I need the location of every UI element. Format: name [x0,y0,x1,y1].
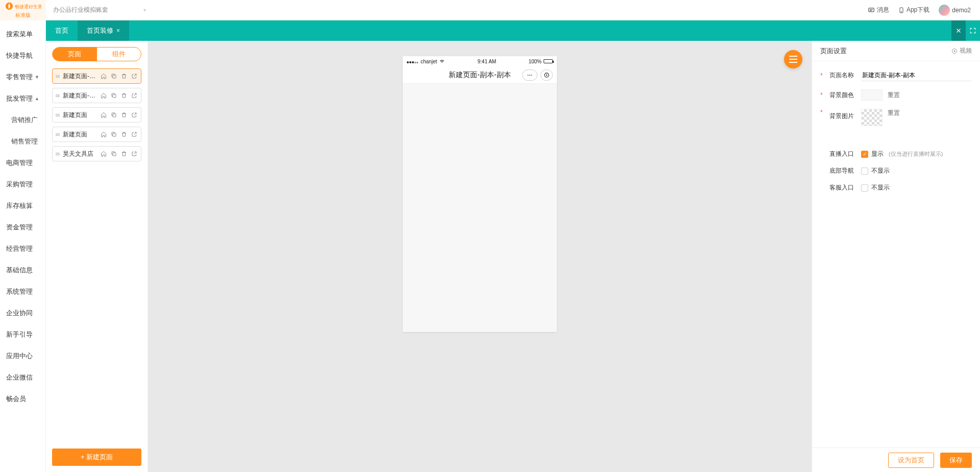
delete-icon[interactable] [120,92,128,99]
page-item-1[interactable]: 新建页面-副本 [52,88,141,103]
delete-icon[interactable] [120,112,128,118]
miniapp-close-icon[interactable] [541,69,553,81]
nav-item-label: 搜索菜单 [6,30,33,39]
svg-point-4 [901,11,901,12]
page-item-2[interactable]: 新建页面 [52,107,141,123]
close-icon[interactable]: × [116,27,120,34]
nav-item-13[interactable]: 企业协同 [0,302,45,324]
drag-handle-icon[interactable] [56,95,60,97]
new-page-button[interactable]: + 新建页面 [52,449,141,466]
home-icon[interactable] [100,131,107,137]
close-all-tabs[interactable] [951,20,966,41]
logo[interactable]: 畅捷通好生意 标准版 [0,0,46,20]
home-icon[interactable] [100,73,107,79]
external-link-icon[interactable] [131,73,138,79]
nav-item-9[interactable]: 资金管理 [0,217,45,238]
app-download-link[interactable]: App下载 [898,6,929,14]
external-link-icon[interactable] [131,151,138,157]
copy-icon[interactable] [110,73,117,79]
copy-icon[interactable] [110,131,117,137]
set-home-button[interactable]: 设为首页 [888,453,934,468]
toggle-panel-button[interactable] [784,50,802,68]
live-entry-checkbox[interactable]: 显示 [861,150,884,158]
service-entry-checkbox[interactable]: 不显示 [861,183,890,192]
nav-item-8[interactable]: 库存核算 [0,195,45,217]
username-label: demo2 [952,7,971,14]
nav-item-1[interactable]: 快捷导航 [0,45,45,66]
bg-image-picker[interactable] [861,109,883,126]
external-link-icon[interactable] [131,131,138,137]
chevron-up-icon: ▲ [35,96,39,101]
toggle-page[interactable]: 页面 [53,48,97,61]
canvas: chanjet 9:41 AM 100% 新建页面-副本-副本 [148,41,812,472]
nav-item-label: 采购管理 [6,180,33,189]
external-link-icon[interactable] [131,92,138,99]
page-item-4[interactable]: 昊天文具店 [52,146,141,161]
bg-image-reset[interactable]: 重置 [888,109,900,117]
settings-title: 页面设置 [820,46,847,56]
drag-handle-icon[interactable] [56,75,60,78]
toggle-component[interactable]: 组件 [97,48,141,61]
nav-item-14[interactable]: 新手引导 [0,324,45,345]
page-name-label: 页面名称 [829,71,856,80]
nav-item-label: 企业协同 [6,309,33,318]
miniapp-menu-icon[interactable] [522,69,537,81]
nav-item-5[interactable]: 销售管理 [0,131,45,152]
nav-item-17[interactable]: 畅会员 [0,388,45,410]
copy-icon[interactable] [110,92,117,99]
app-download-label: App下载 [906,6,929,14]
topbar: 畅捷通好生意 标准版 办公品行业模拟账套 ▾ 消息 App下载 demo2 [0,0,980,20]
drag-handle-icon[interactable] [56,114,60,116]
nav-item-4[interactable]: 营销推广 [0,109,45,131]
nav-item-15[interactable]: 应用中心 [0,345,45,367]
bg-color-swatch[interactable] [861,89,883,101]
phone-body[interactable] [403,84,557,332]
page-item-3[interactable]: 新建页面 [52,127,141,142]
nav-item-11[interactable]: 基础信息 [0,259,45,281]
messages-link[interactable]: 消息 [868,6,889,14]
home-icon[interactable] [100,151,107,157]
bg-color-reset[interactable]: 重置 [888,91,900,100]
svg-rect-2 [869,8,874,11]
svg-rect-9 [113,153,116,156]
home-icon[interactable] [100,112,107,118]
nav-item-3[interactable]: 批发管理▲ [0,88,45,109]
delete-icon[interactable] [120,131,128,137]
drag-handle-icon[interactable] [56,133,60,136]
tab-1[interactable]: 首页装修× [78,20,129,41]
tab-0[interactable]: 首页 [46,20,78,41]
phone-preview: chanjet 9:41 AM 100% 新建页面-副本-副本 [403,56,557,332]
svg-rect-7 [113,114,116,117]
page-component-toggle: 页面 组件 [52,47,141,61]
page-name-input[interactable] [861,69,972,81]
nav-item-12[interactable]: 系统管理 [0,281,45,302]
account-selector[interactable]: 办公品行业模拟账套 ▾ [46,0,153,20]
drag-handle-icon[interactable] [56,153,60,155]
nav-item-7[interactable]: 采购管理 [0,174,45,195]
copy-icon[interactable] [110,112,117,118]
user-menu[interactable]: demo2 [939,5,971,16]
copy-icon[interactable] [110,151,117,157]
fullscreen-toggle[interactable] [966,20,980,41]
video-help-link[interactable]: 视频 [951,46,972,55]
tab-label: 首页装修 [87,26,113,35]
chevron-down-icon: ▾ [143,7,146,13]
delete-icon[interactable] [120,151,128,157]
nav-item-label: 畅会员 [6,394,26,404]
nav-item-2[interactable]: 零售管理▼ [0,66,45,88]
nav-item-label: 销售管理 [11,137,38,146]
save-button[interactable]: 保存 [940,453,972,468]
external-link-icon[interactable] [131,112,138,118]
nav-item-6[interactable]: 电商管理 [0,152,45,174]
nav-item-16[interactable]: 企业微信 [0,367,45,388]
nav-item-0[interactable]: 搜索菜单 [0,23,45,45]
bottom-nav-checkbox[interactable]: 不显示 [861,167,890,175]
topbar-right: 消息 App下载 demo2 [868,0,980,20]
page-item-0[interactable]: 新建页面-副本... [52,68,141,84]
nav-item-10[interactable]: 经营管理 [0,238,45,259]
bottom-nav-check-label: 不显示 [871,167,890,175]
home-icon[interactable] [100,92,107,99]
svg-rect-8 [113,133,116,136]
delete-icon[interactable] [120,73,128,79]
nav-item-label: 零售管理 [6,73,33,82]
